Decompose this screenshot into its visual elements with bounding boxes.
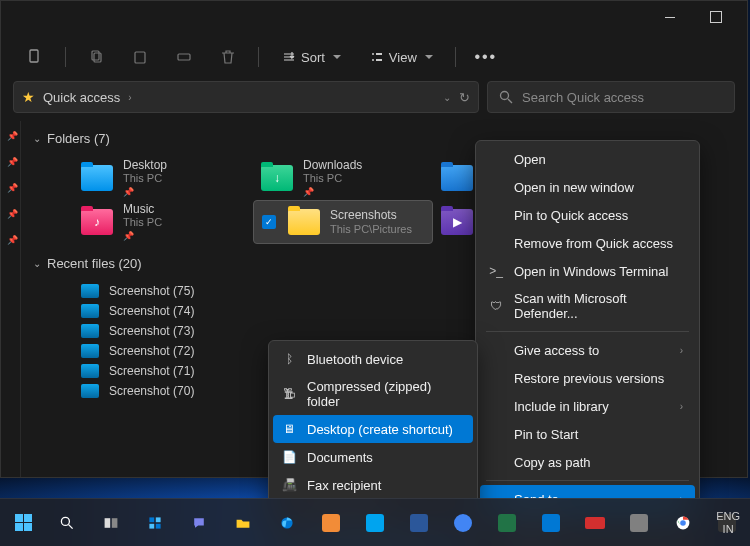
folder-sub: This PC bbox=[303, 172, 362, 185]
folder-item[interactable]: ♪MusicThis PC📌 bbox=[73, 200, 253, 244]
view-button[interactable]: View bbox=[359, 43, 443, 71]
app-icon[interactable] bbox=[443, 503, 483, 543]
context-menu-label: Bluetooth device bbox=[307, 352, 461, 367]
search-button[interactable] bbox=[47, 503, 87, 543]
doc-icon: 📄 bbox=[281, 450, 297, 464]
search-placeholder: Search Quick access bbox=[522, 90, 644, 105]
search-input[interactable]: Search Quick access bbox=[487, 81, 735, 113]
nav-pin-icon[interactable]: 📌 bbox=[7, 235, 15, 243]
app-icon[interactable] bbox=[311, 503, 351, 543]
context-menu-item[interactable]: Copy as path bbox=[480, 448, 695, 476]
svg-rect-1 bbox=[92, 51, 99, 60]
folder-item[interactable]: DesktopThis PC📌 bbox=[73, 156, 253, 200]
context-menu-item[interactable]: Pin to Quick access bbox=[480, 201, 695, 229]
context-menu-item[interactable]: Remove from Quick access bbox=[480, 229, 695, 257]
terminal-icon: >_ bbox=[488, 264, 504, 278]
context-menu-item[interactable]: Pin to Start bbox=[480, 420, 695, 448]
svg-rect-13 bbox=[149, 517, 154, 522]
context-menu-item[interactable]: Open bbox=[480, 145, 695, 173]
file-name: Screenshot (74) bbox=[109, 304, 537, 318]
context-menu-item[interactable]: 📄Documents bbox=[273, 443, 473, 471]
context-menu-item[interactable]: >_Open in Windows Terminal bbox=[480, 257, 695, 285]
app-icon[interactable] bbox=[575, 503, 615, 543]
context-menu-item[interactable]: 🛡Scan with Microsoft Defender... bbox=[480, 285, 695, 327]
desk-icon: 🖥 bbox=[281, 422, 297, 436]
svg-point-5 bbox=[372, 53, 374, 55]
folder-icon: ↓ bbox=[261, 165, 293, 191]
context-menu: OpenOpen in new windowPin to Quick acces… bbox=[475, 140, 700, 546]
app-icon[interactable] bbox=[531, 503, 571, 543]
rename-icon[interactable] bbox=[166, 39, 202, 75]
context-menu-item[interactable]: 🗜Compressed (zipped) folder bbox=[273, 373, 473, 415]
context-menu-label: Desktop (create shortcut) bbox=[307, 422, 461, 437]
svg-rect-12 bbox=[112, 518, 118, 528]
file-thumb-icon bbox=[81, 384, 99, 398]
chevron-right-icon: › bbox=[128, 92, 131, 103]
delete-icon[interactable] bbox=[210, 39, 246, 75]
paste-icon[interactable] bbox=[122, 39, 158, 75]
svg-rect-11 bbox=[105, 518, 111, 528]
taskbar-tray[interactable]: ENG IN bbox=[716, 510, 740, 534]
chrome-button[interactable] bbox=[663, 503, 703, 543]
app-icon[interactable] bbox=[399, 503, 439, 543]
file-thumb-icon bbox=[81, 364, 99, 378]
more-button[interactable]: ••• bbox=[468, 39, 504, 75]
refresh-icon[interactable]: ↻ bbox=[459, 90, 470, 105]
context-menu-item[interactable]: Restore previous versions bbox=[480, 364, 695, 392]
file-thumb-icon bbox=[81, 284, 99, 298]
maximize-button[interactable] bbox=[693, 2, 739, 32]
svg-rect-6 bbox=[376, 53, 382, 55]
widgets-button[interactable] bbox=[135, 503, 175, 543]
context-menu-item[interactable]: Open in new window bbox=[480, 173, 695, 201]
sort-label: Sort bbox=[301, 50, 325, 65]
context-menu-item[interactable]: Give access to› bbox=[480, 336, 695, 364]
file-thumb-icon bbox=[81, 324, 99, 338]
chat-button[interactable] bbox=[179, 503, 219, 543]
breadcrumb-location: Quick access bbox=[43, 90, 120, 105]
context-menu-item[interactable]: ᛒBluetooth device bbox=[273, 345, 473, 373]
pin-icon: 📌 bbox=[123, 231, 162, 242]
edge-button[interactable] bbox=[267, 503, 307, 543]
file-name: Screenshot (73) bbox=[109, 324, 537, 338]
file-thumb-icon bbox=[81, 304, 99, 318]
nav-pin-icon[interactable]: 📌 bbox=[7, 157, 15, 165]
lang-2: IN bbox=[716, 523, 740, 535]
context-menu-item[interactable]: 🖥Desktop (create shortcut) bbox=[273, 415, 473, 443]
chevron-right-icon: › bbox=[680, 401, 683, 412]
chevron-right-icon: › bbox=[680, 345, 683, 356]
svg-rect-8 bbox=[376, 59, 382, 61]
svg-point-19 bbox=[680, 520, 686, 526]
folder-name: Music bbox=[123, 202, 162, 216]
separator bbox=[486, 480, 689, 481]
taskview-button[interactable] bbox=[91, 503, 131, 543]
sort-button[interactable]: Sort bbox=[271, 43, 351, 71]
nav-rail: 📌 📌 📌 📌 📌 bbox=[1, 121, 21, 477]
new-icon[interactable] bbox=[17, 39, 53, 75]
folder-icon bbox=[288, 209, 320, 235]
breadcrumb[interactable]: ★ Quick access › ⌄ ↻ bbox=[13, 81, 479, 113]
nav-pin-icon[interactable]: 📌 bbox=[7, 131, 15, 139]
context-menu-item[interactable]: Include in library› bbox=[480, 392, 695, 420]
app-icon[interactable] bbox=[355, 503, 395, 543]
view-label: View bbox=[389, 50, 417, 65]
explorer-button[interactable] bbox=[223, 503, 263, 543]
chevron-down-icon[interactable]: ⌄ bbox=[443, 92, 451, 103]
context-menu-item[interactable]: 📠Fax recipient bbox=[273, 471, 473, 499]
pin-icon: 📌 bbox=[303, 187, 362, 198]
app-icon[interactable] bbox=[487, 503, 527, 543]
folder-item[interactable]: ↓DownloadsThis PC📌 bbox=[253, 156, 433, 200]
taskbar: ENG IN bbox=[0, 498, 750, 546]
folder-item[interactable]: ✓ScreenshotsThis PC\Pictures bbox=[253, 200, 433, 244]
separator bbox=[486, 331, 689, 332]
app-icon[interactable] bbox=[619, 503, 659, 543]
recent-label: Recent files (20) bbox=[47, 256, 142, 271]
start-button[interactable] bbox=[3, 503, 43, 543]
folder-icon bbox=[81, 165, 113, 191]
copy-icon[interactable] bbox=[78, 39, 114, 75]
minimize-button[interactable] bbox=[647, 2, 693, 32]
svg-rect-14 bbox=[156, 517, 161, 522]
svg-point-9 bbox=[501, 92, 509, 100]
bt-icon: ᛒ bbox=[281, 352, 297, 366]
nav-pin-icon[interactable]: 📌 bbox=[7, 209, 15, 217]
nav-pin-icon[interactable]: 📌 bbox=[7, 183, 15, 191]
